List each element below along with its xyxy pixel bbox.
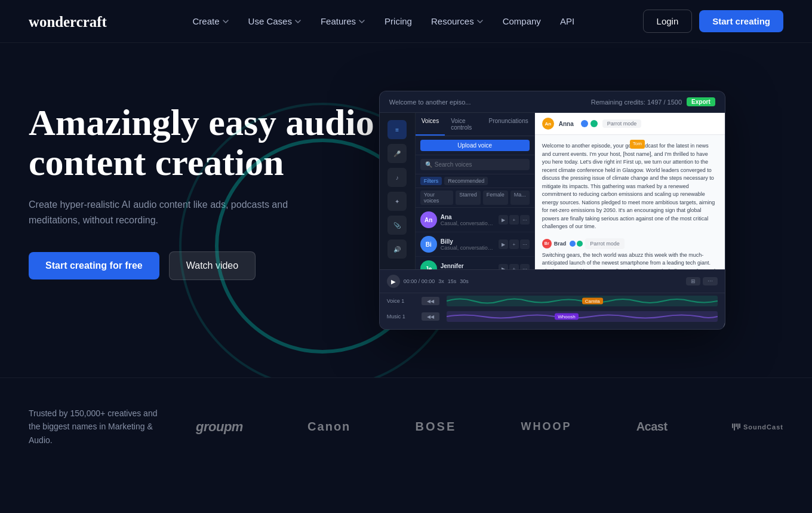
logo-whoop: WHOOP xyxy=(521,420,571,433)
nav-item-features[interactable]: Features xyxy=(312,11,374,31)
play-button[interactable]: ▶ xyxy=(387,275,400,288)
filter-female[interactable]: Female xyxy=(483,191,508,205)
sidebar-clip-icon[interactable]: 📎 xyxy=(387,216,407,235)
voice-play-btn[interactable]: ▶ xyxy=(499,239,508,249)
hero-subtitle: Create hyper-realistic AI audio content … xyxy=(29,197,315,228)
chevron-down-icon xyxy=(294,18,302,25)
mode-badge: Parrot mode xyxy=(602,119,642,128)
chevron-down-icon xyxy=(222,18,229,25)
voice-more-btn[interactable]: ⋯ xyxy=(520,215,530,225)
sidebar-audioclip-icon[interactable]: 🔊 xyxy=(387,239,407,259)
nav-item-api[interactable]: API xyxy=(552,11,583,31)
hero-section: Amazingly easy audio content creation Cr… xyxy=(0,43,812,377)
filter-your-voices[interactable]: Your voices xyxy=(420,191,453,205)
speaker-avatar: An xyxy=(542,118,554,130)
start-creating-nav-button[interactable]: Start creating xyxy=(699,10,783,32)
filter-more[interactable]: Ma... xyxy=(510,191,530,205)
voices-tabs: Voices Voice controls Pronunciations xyxy=(416,113,534,136)
filter-starred[interactable]: Starred xyxy=(456,191,481,205)
brad-avatar: Br xyxy=(542,239,552,248)
logo-soundcast: SoundCast xyxy=(732,423,783,431)
app-waveform: ▶ 00:00 / 00:00 3x 15s 30s ⊞ ⋯ Voice 1 ◀… xyxy=(380,269,725,329)
watch-video-button[interactable]: Watch video xyxy=(169,251,256,280)
upload-voice-button[interactable]: Upload voice xyxy=(420,140,530,151)
sidebar-sfx-icon[interactable]: ✦ xyxy=(387,192,407,211)
logo[interactable]: wondercraft xyxy=(29,12,124,31)
voice-add-btn[interactable]: + xyxy=(509,215,519,225)
voice-item-billy[interactable]: Bi Billy Casual, conversational ▶ + ⋯ xyxy=(416,232,534,257)
filter-filters[interactable]: Filters xyxy=(420,177,442,185)
music-track-bar[interactable]: Whoosh xyxy=(447,311,718,322)
brad-mode-badge: Parrot mode xyxy=(585,238,625,249)
tab-voice-controls[interactable]: Voice controls xyxy=(445,113,482,136)
voice-billy-actions: ▶ + ⋯ xyxy=(499,239,530,249)
voice-item-ana[interactable]: An Ana Casual, conversational, narrative… xyxy=(416,208,534,232)
logo-groupm: groupm xyxy=(196,419,243,435)
filter-row: Filters Recommended xyxy=(416,174,534,188)
what-section: What do you want to create today? Create… xyxy=(0,475,812,513)
tab-voices[interactable]: Voices xyxy=(416,113,445,136)
track-controls[interactable]: ◀◀ xyxy=(422,297,439,305)
script-block-1: Welcome to another episode, your go-to p… xyxy=(542,142,718,231)
nav-item-resources[interactable]: Resources xyxy=(423,11,492,31)
filter-recommended[interactable]: Recommended xyxy=(444,177,488,185)
chevron-down-icon xyxy=(358,18,365,25)
trusted-logos: groupm Canon BOSE WHOOP Acast SoundCast xyxy=(196,419,783,435)
hero-buttons: Start creating for free Watch video xyxy=(29,251,391,280)
voice-play-btn[interactable]: ▶ xyxy=(499,215,508,225)
music-track-controls[interactable]: ◀◀ xyxy=(422,312,439,321)
app-screenshot: Welcome to another episo... Remaining cr… xyxy=(379,91,725,330)
speaker-indicator xyxy=(581,120,588,127)
start-creating-free-button[interactable]: Start creating for free xyxy=(29,252,159,279)
voice-add-btn[interactable]: + xyxy=(509,239,519,249)
waveform-track-voice: Voice 1 ◀◀ Camila xyxy=(380,293,725,309)
waveform-zoom-btn[interactable]: ⊞ xyxy=(686,277,700,285)
voice-more-btn[interactable]: ⋯ xyxy=(520,239,530,249)
nav-item-create[interactable]: Create xyxy=(184,11,238,31)
navbar: wondercraft Create Use Cases Features Pr… xyxy=(0,0,812,43)
export-badge[interactable]: Export xyxy=(687,97,715,106)
sidebar-voices-icon[interactable]: 🎤 xyxy=(387,144,407,163)
sidebar-music-icon[interactable]: ♪ xyxy=(387,168,407,187)
brad-indicator-2 xyxy=(577,241,583,247)
logo-bose: BOSE xyxy=(416,420,457,434)
nav-item-use-cases[interactable]: Use Cases xyxy=(240,11,310,31)
voice-info-billy: Billy Casual, conversational xyxy=(441,238,495,251)
tooltip-name-badge: Tom xyxy=(630,140,645,149)
music-waveform xyxy=(447,311,718,322)
tab-pronunciations[interactable]: Pronunciations xyxy=(483,113,534,136)
credits-text: Remaining credits: 1497 / 1500 xyxy=(591,99,682,106)
hero-title: Amazingly easy audio content creation xyxy=(29,103,391,183)
search-voices-container: 🔍 Search voices xyxy=(416,155,534,174)
filter-row-2: Your voices Starred Female Ma... xyxy=(416,188,534,208)
nav-item-pricing[interactable]: Pricing xyxy=(376,11,420,31)
logo-canon: Canon xyxy=(307,420,350,434)
nav-item-company[interactable]: Company xyxy=(494,11,549,31)
voice-track-bar[interactable]: Camila xyxy=(447,296,718,306)
waveform-track-music: Music 1 ◀◀ Whoosh xyxy=(380,309,725,324)
waveform-settings-btn[interactable]: ⋯ xyxy=(703,277,718,285)
svg-text:wondercraft: wondercraft xyxy=(29,13,107,29)
brad-indicator xyxy=(570,241,576,247)
voice-avatar-billy: Bi xyxy=(420,236,437,253)
logo-acast: Acast xyxy=(636,420,668,434)
trusted-section: Trusted by 150,000+ creatives and the bi… xyxy=(0,377,812,475)
app-main-header: An Anna Parrot mode xyxy=(535,113,725,135)
chevron-down-icon xyxy=(476,18,484,25)
speaker-indicator-2 xyxy=(590,120,598,127)
waveform-controls: ▶ 00:00 / 00:00 3x 15s 30s ⊞ ⋯ xyxy=(380,270,725,293)
voice-info-ana: Ana Casual, conversational, narrative xyxy=(441,214,495,226)
whoosh-badge: Whoosh xyxy=(555,314,578,320)
app-header: Welcome to another episo... Remaining cr… xyxy=(380,91,725,113)
search-icon: 🔍 xyxy=(425,161,432,168)
voice-ana-actions: ▶ + ⋯ xyxy=(499,215,530,225)
sidebar-content-icon[interactable]: ≡ xyxy=(387,120,407,139)
nav-links: Create Use Cases Features Pricing Resour… xyxy=(184,11,583,31)
voice-avatar-ana: An xyxy=(420,211,437,228)
camila-badge: Camila xyxy=(582,298,603,305)
login-button[interactable]: Login xyxy=(643,10,693,33)
nav-actions: Login Start creating xyxy=(643,10,783,33)
search-voices-input[interactable]: 🔍 Search voices xyxy=(420,159,530,170)
app-episode-title: Welcome to another episo... xyxy=(389,99,471,106)
hero-left: Amazingly easy audio content creation Cr… xyxy=(29,91,391,280)
